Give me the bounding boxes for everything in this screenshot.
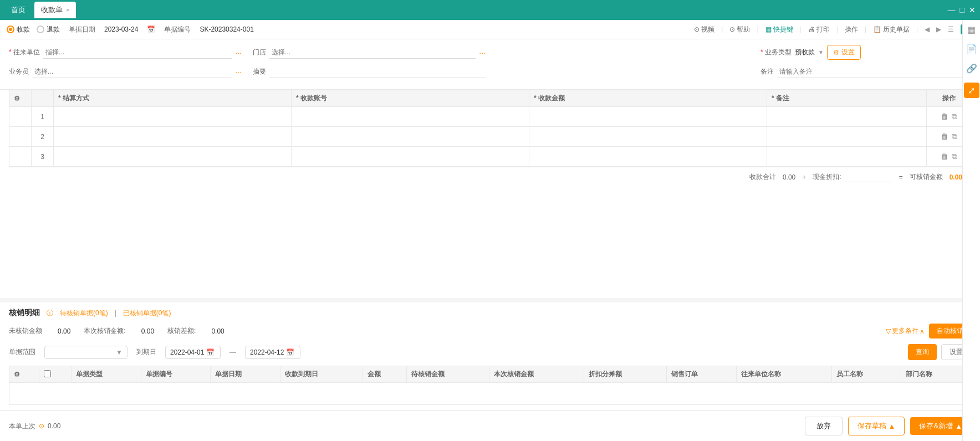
footer: 本单上次 ⊙ 0.00 放弃 保存草稿 ▲ 保存&新增 ▲ <box>0 411 980 441</box>
table-area: ⚙ * 结算方式 * 收款账号 * 收款金额 * 备注 操作 1 <box>0 90 980 298</box>
sidebar-doc-icon[interactable]: 📄 <box>966 44 977 54</box>
tab-current[interactable]: 收款单 × <box>34 2 76 18</box>
calendar-to-icon: 📅 <box>286 348 294 356</box>
row2-account[interactable] <box>292 127 529 147</box>
shop-more-icon[interactable]: ··· <box>479 48 486 57</box>
form-settings-btn[interactable]: ⚙ 设置 <box>827 45 861 60</box>
business-type-chevron[interactable]: ▼ <box>818 49 824 55</box>
radio-refund[interactable]: 退款 <box>37 25 60 34</box>
row3-remark[interactable] <box>767 147 927 167</box>
row3-delete-icon[interactable]: 🗑 <box>941 152 948 161</box>
salesperson-label: 业务员 <box>9 67 29 76</box>
date-from-value: 2022-04-01 <box>170 348 204 356</box>
maximize-icon[interactable]: □ <box>960 6 964 14</box>
settings-icon[interactable]: ⚙ <box>14 95 20 102</box>
number-label: 单据编号 <box>164 25 191 34</box>
row1-amount[interactable] <box>529 107 767 127</box>
discard-btn[interactable]: 放弃 <box>805 417 843 435</box>
salesperson-input[interactable] <box>32 65 232 78</box>
bt-col-gear[interactable]: ⚙ <box>9 366 39 383</box>
more-conditions-label: 更多条件 <box>892 326 918 336</box>
filter-icon: ▽ <box>886 327 891 335</box>
toolbar-right: ⊙ 视频 | ⊙ 帮助 | ▦ 快捷键 | 🖨 打印 | 操作 | <box>694 24 973 34</box>
bt-col-check[interactable] <box>39 366 72 383</box>
done-tab[interactable]: 已核销单据(0笔) <box>123 309 171 318</box>
bt-gear-icon[interactable]: ⚙ <box>14 371 20 378</box>
section-divider <box>0 298 980 302</box>
date-to-value: 2022-04-12 <box>250 348 284 356</box>
shortcut-btn[interactable]: ▦ 快捷键 <box>765 25 793 34</box>
prev-icon[interactable]: ◀ <box>925 25 930 33</box>
sidebar-link-icon[interactable]: 🔗 <box>966 63 977 74</box>
next-icon[interactable]: ▶ <box>936 25 941 33</box>
row3-copy-icon[interactable]: ⧉ <box>952 152 957 161</box>
date-from-input[interactable]: 2022-04-01 📅 <box>165 346 221 359</box>
bottom-table-empty-row <box>9 383 971 405</box>
salesperson-field: 业务员 ··· <box>9 65 242 78</box>
row1-account[interactable] <box>292 107 529 127</box>
plus-sign: + <box>802 173 806 181</box>
query-btn[interactable]: 查询 <box>908 344 937 360</box>
row2-delete-icon[interactable]: 🗑 <box>941 132 948 141</box>
pending-tab[interactable]: 待核销单据(0笔) <box>60 309 108 318</box>
row1-remark[interactable] <box>767 107 927 127</box>
bt-col-partner: 往来单位名称 <box>736 366 831 383</box>
minimize-icon[interactable]: — <box>948 6 956 14</box>
row3-amount[interactable] <box>529 147 767 167</box>
col-settings-header[interactable]: ⚙ <box>9 90 32 107</box>
carry-label: 本单上次 <box>9 422 35 431</box>
print-btn[interactable]: 🖨 打印 <box>808 25 830 34</box>
verify-info-icon[interactable]: ⓘ <box>47 309 53 318</box>
tab-close-icon[interactable]: × <box>66 7 69 13</box>
video-btn[interactable]: ⊙ 视频 <box>694 25 714 34</box>
summary-label: 摘要 <box>253 67 266 76</box>
save-draft-btn[interactable]: 保存草稿 ▲ <box>848 417 905 435</box>
right-sidebar: ▦ 📄 🔗 ⤢ <box>962 20 980 441</box>
calendar-from-icon: 📅 <box>206 348 215 356</box>
tab-home[interactable]: 首页 <box>4 2 32 18</box>
bt-select-all[interactable] <box>44 370 51 377</box>
bottom-table: ⚙ 单据类型 单据编号 单据日期 收款到期日 金额 待核销金额 本次核销金额 折… <box>9 366 971 405</box>
sidebar-expand-icon[interactable]: ⤢ <box>964 83 979 98</box>
history-btn[interactable]: 📋 历史单据 <box>873 25 910 34</box>
row2-copy-icon[interactable]: ⧉ <box>952 132 957 141</box>
more-conditions-btn[interactable]: ▽ 更多条件 ∧ <box>886 326 925 336</box>
shop-input[interactable] <box>269 46 476 59</box>
equals-sign: = <box>899 173 903 181</box>
row1-copy-icon[interactable]: ⧉ <box>952 112 957 121</box>
calendar-icon[interactable]: 📅 <box>147 25 155 33</box>
date-to-input[interactable]: 2022-04-12 📅 <box>245 346 300 359</box>
summary-input[interactable] <box>269 65 486 78</box>
row3-settlement[interactable] <box>54 147 292 167</box>
discount-input[interactable] <box>848 172 892 182</box>
row3-account[interactable] <box>292 147 529 167</box>
action-btn[interactable]: 操作 <box>845 25 858 34</box>
verify-stats: 未核销金额 0.00 本次核销金额: 0.00 核销差额: 0.00 ▽ 更多条… <box>9 324 971 339</box>
gear-icon: ⚙ <box>833 49 839 57</box>
sidebar-table-icon[interactable]: ▦ <box>967 24 976 35</box>
help-btn[interactable]: ⊙ 帮助 <box>729 25 750 34</box>
tab-separator: | <box>115 309 116 317</box>
row1-settlement[interactable] <box>54 107 292 127</box>
number-value: SK-20230324-001 <box>200 25 253 33</box>
range-select[interactable]: ▼ <box>44 346 127 359</box>
partner-more-icon[interactable]: ··· <box>235 48 242 57</box>
row2-amount[interactable] <box>529 127 767 147</box>
save-new-label: 保存&新增 <box>919 421 953 431</box>
col-account-header: * 收款账号 <box>292 90 529 107</box>
remark-input[interactable] <box>777 65 971 78</box>
row2-settlement[interactable] <box>54 127 292 147</box>
window-close-icon[interactable]: ✕ <box>969 6 976 14</box>
col-remark-header: * 备注 <box>767 90 927 107</box>
salesperson-more-icon[interactable]: ··· <box>235 68 242 76</box>
carry-info-icon[interactable]: ⊙ <box>39 422 44 430</box>
save-new-chevron-icon[interactable]: ▲ <box>955 422 962 430</box>
available-label: 可核销金额 <box>910 172 943 182</box>
list-icon[interactable]: ☰ <box>948 25 954 33</box>
row1-delete-icon[interactable]: 🗑 <box>941 112 948 121</box>
draft-chevron-icon[interactable]: ▲ <box>889 422 896 430</box>
partner-input[interactable] <box>43 46 232 59</box>
row2-remark[interactable] <box>767 127 927 147</box>
radio-receipt[interactable]: 收款 <box>7 25 30 34</box>
row1-settings <box>9 107 32 127</box>
